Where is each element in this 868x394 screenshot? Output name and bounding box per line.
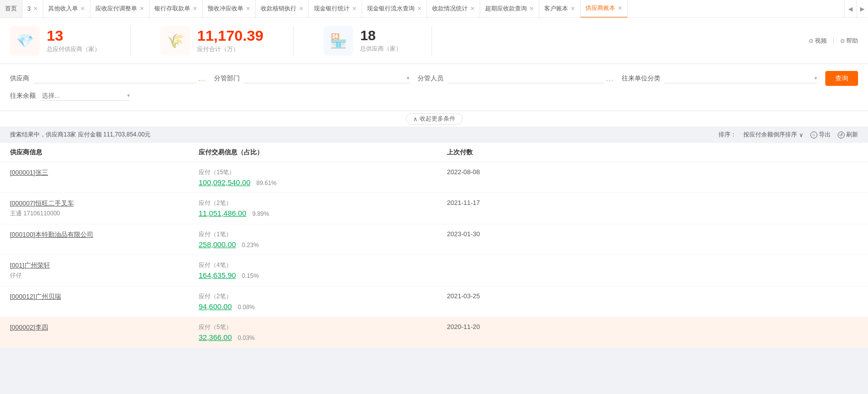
- tab-3[interactable]: 3 ✕: [22, 0, 43, 18]
- tab-3-label: 3: [27, 5, 31, 12]
- tab-prepay[interactable]: 预收冲应收单 ✕: [203, 0, 256, 18]
- summary-bar: 💎 13 总应付供应商（家） 🌾 11,170.39 应付合计（万） 🏪 18 …: [0, 18, 868, 64]
- cell-lastpay-6: 2020-11-20: [447, 323, 858, 330]
- close-icon[interactable]: ✕: [80, 5, 85, 12]
- supplier-link-4[interactable]: [001]广州荣轩: [10, 262, 50, 269]
- cell-transaction-4: 应付（4笔） 164,635.90 0.15%: [199, 261, 447, 279]
- sort-option-label: 按应付余额倒序排序: [743, 131, 797, 139]
- sort-area: 排序： 按应付余额倒序排序 ∨ ○ 导出 ↺ 刷新: [719, 131, 858, 139]
- tab-bank-deposit[interactable]: 银行存取款单 ✕: [149, 0, 203, 18]
- category-dropdown-arrow[interactable]: ▾: [814, 75, 817, 81]
- close-icon[interactable]: ✕: [529, 5, 534, 12]
- query-button[interactable]: 查询: [825, 71, 858, 86]
- supplier-sub-2: 王通 17106110000: [10, 209, 199, 218]
- summary-item-payable-suppliers: 💎 13 总应付供应商（家）: [10, 26, 131, 56]
- filter-category: 往来单位分类 ▾: [622, 73, 818, 83]
- payable-suppliers-label: 总应付供应商（家）: [47, 45, 100, 54]
- tab-cash-flow[interactable]: 现金银行流水查询 ✕: [362, 0, 427, 18]
- table-row: [000002]李四 应付（5笔） 32,366.00 0.03% 2020-1…: [0, 317, 868, 348]
- cell-lastpay-1: 2022-08-08: [447, 168, 858, 176]
- person-filter-dots[interactable]: …: [606, 74, 614, 83]
- payable-suppliers-number: 13: [47, 28, 100, 43]
- close-icon[interactable]: ✕: [246, 5, 250, 12]
- tab-cash-stat[interactable]: 现金银行统计 ✕: [309, 0, 362, 18]
- tab-home[interactable]: 首页: [0, 0, 22, 18]
- total-suppliers-label: 总供应商（家）: [360, 45, 402, 53]
- tab-customer-book[interactable]: 客户账本 ✕: [539, 0, 580, 18]
- collapse-button[interactable]: ∧ 收起更多条件: [406, 113, 463, 125]
- tab-supplier-book[interactable]: 供应商账本 ✕: [580, 0, 628, 18]
- tab-overdue[interactable]: 超期应收款查询 ✕: [480, 0, 539, 18]
- tab-adjust[interactable]: 应收应付调整单 ✕: [90, 0, 149, 18]
- lastpay-date-5: 2021-03-25: [447, 292, 480, 300]
- close-icon[interactable]: ✕: [470, 5, 475, 12]
- supplier-link-1[interactable]: [000001]张三: [10, 169, 48, 176]
- tab-collection-stat[interactable]: 收款情况统计 ✕: [427, 0, 480, 18]
- close-icon[interactable]: ✕: [352, 5, 357, 12]
- balance-filter-input[interactable]: [40, 91, 127, 100]
- supplier-link-6[interactable]: [000002]李四: [10, 324, 48, 331]
- refresh-button[interactable]: ↺ 刷新: [838, 131, 858, 139]
- supplier-link-3[interactable]: [000100]本特勤油品有限公司: [10, 231, 93, 238]
- filter-area: 供应商 … 分管部门 ▾ 分管人员 … 往来单位分类 ▾ 查询 往来余额: [0, 64, 868, 111]
- category-filter-input[interactable]: [664, 73, 815, 83]
- result-bar: 搜索结果中，供应商13家 应付金额 111,703,854.00元 排序： 按应…: [0, 127, 868, 143]
- help-link[interactable]: ⊙ 帮助: [840, 37, 858, 45]
- cell-supplier-4: [001]广州荣轩 仔仔: [10, 261, 199, 280]
- trans-pct-3: 0.23%: [242, 242, 259, 249]
- trans-label-4: 应付（4笔）: [199, 261, 447, 269]
- balance-filter-dropdown: ▾: [40, 91, 130, 101]
- trans-amount-2[interactable]: 11,051,486.00: [199, 209, 246, 217]
- tab-receipt-verify-label: 收款核销执行: [261, 4, 296, 13]
- tab-receipt-verify[interactable]: 收款核销执行 ✕: [256, 0, 309, 18]
- filter-dept: 分管部门 ▾: [214, 73, 410, 83]
- tab-other-income[interactable]: 其他收入单 ✕: [43, 0, 90, 18]
- trans-amount-3[interactable]: 258,000.00: [199, 240, 236, 249]
- trans-pct-5: 0.08%: [238, 304, 255, 311]
- lastpay-date-1: 2022-08-08: [447, 168, 480, 176]
- export-button[interactable]: ○ 导出: [810, 131, 831, 139]
- col-header-lastpay: 上次付数: [447, 148, 858, 157]
- payable-suppliers-icon: 💎: [10, 26, 40, 56]
- balance-dropdown-arrow[interactable]: ▾: [127, 92, 130, 99]
- person-filter-input[interactable]: [447, 73, 604, 83]
- filter-row-1: 供应商 … 分管部门 ▾ 分管人员 … 往来单位分类 ▾ 查询: [10, 71, 858, 86]
- supplier-filter-dots[interactable]: …: [198, 74, 206, 83]
- export-icon: ○: [810, 131, 817, 138]
- trans-pct-4: 0.15%: [242, 272, 259, 279]
- cell-transaction-2: 应付（2笔） 11,051,486.00 9.89%: [199, 199, 447, 217]
- dept-filter-input[interactable]: [244, 73, 407, 83]
- table-row: [000012]广州贝瑞 应付（2笔） 94,600.00 0.08% 2021…: [0, 286, 868, 317]
- supplier-sub-4: 仔仔: [10, 271, 199, 280]
- nav-arrows: ◀ ▶: [844, 0, 868, 18]
- cell-supplier-3: [000100]本特勤油品有限公司: [10, 230, 199, 239]
- trans-amount-1[interactable]: 100,092,540.00: [199, 178, 250, 187]
- tab-overdue-label: 超期应收款查询: [485, 4, 527, 13]
- close-icon[interactable]: ✕: [618, 5, 622, 11]
- supplier-link-5[interactable]: [000012]广州贝瑞: [10, 293, 61, 300]
- filter-balance: 往来余额 ▾: [10, 91, 130, 101]
- refresh-label: 刷新: [846, 131, 858, 139]
- close-icon[interactable]: ✕: [193, 5, 197, 12]
- collapse-bar: ∧ 收起更多条件: [0, 111, 868, 127]
- sort-arrow-icon[interactable]: ∨: [799, 131, 803, 138]
- close-icon[interactable]: ✕: [33, 5, 38, 12]
- table-row: [001]广州荣轩 仔仔 应付（4笔） 164,635.90 0.15%: [0, 255, 868, 286]
- video-link[interactable]: ⊙ 视频: [809, 37, 827, 45]
- close-icon[interactable]: ✕: [571, 5, 575, 12]
- dept-dropdown-arrow[interactable]: ▾: [407, 75, 410, 81]
- supplier-link-2[interactable]: [000007]恒旺二手叉车: [10, 199, 74, 207]
- trans-amount-5[interactable]: 94,600.00: [199, 302, 232, 311]
- category-filter-label: 往来单位分类: [622, 74, 660, 83]
- trans-amount-4[interactable]: 164,635.90: [199, 271, 236, 279]
- summary-item-payable-total: 🌾 11,170.39 应付合计（万）: [160, 26, 293, 56]
- trans-amount-6[interactable]: 32,366.00: [199, 333, 232, 341]
- trans-label-5: 应付（2笔）: [199, 292, 447, 301]
- close-icon[interactable]: ✕: [417, 5, 422, 12]
- close-icon[interactable]: ✕: [140, 5, 144, 12]
- supplier-filter-input[interactable]: [33, 73, 196, 83]
- nav-prev-arrow[interactable]: ◀: [844, 0, 856, 18]
- trans-pct-1: 89.61%: [256, 180, 277, 187]
- close-icon[interactable]: ✕: [299, 5, 303, 12]
- nav-next-arrow[interactable]: ▶: [856, 0, 868, 18]
